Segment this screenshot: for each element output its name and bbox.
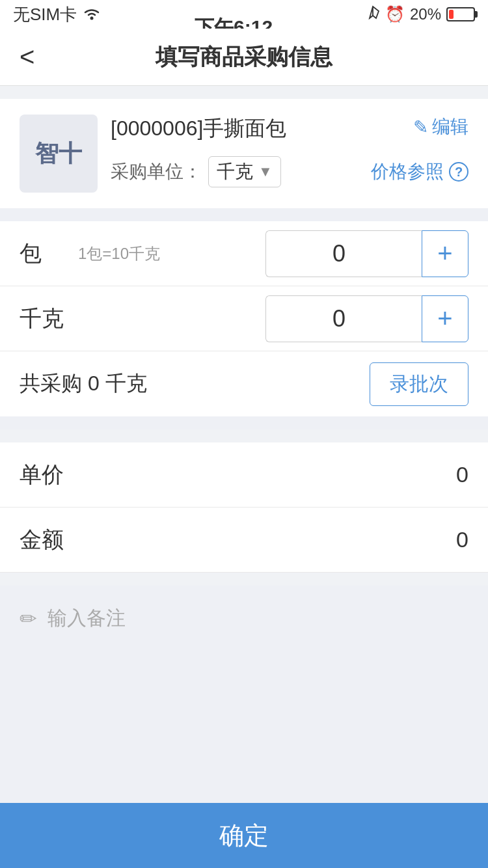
- bao-label: 包: [20, 239, 72, 269]
- product-image: 智十: [20, 115, 98, 193]
- kg-row: 千克 +: [0, 286, 488, 351]
- alarm-icon: ⏰: [385, 5, 405, 23]
- status-right: ⏰ 20%: [366, 5, 475, 23]
- confirm-button[interactable]: 确定: [0, 803, 488, 868]
- chevron-down-icon: ▼: [258, 163, 273, 180]
- location-icon: [366, 5, 380, 23]
- back-button[interactable]: <: [13, 36, 41, 78]
- unit-label: 采购单位：: [111, 159, 202, 184]
- kg-plus-button[interactable]: +: [422, 295, 468, 342]
- help-icon: ?: [449, 162, 468, 182]
- carrier-text: 无SIM卡: [13, 3, 77, 26]
- kg-input-group: +: [265, 295, 468, 342]
- battery-icon: [446, 7, 475, 21]
- bao-row: 包 1包=10千克 +: [0, 221, 488, 286]
- bao-plus-button[interactable]: +: [422, 230, 468, 277]
- unit-select[interactable]: 千克 ▼: [208, 156, 281, 187]
- record-batch-button[interactable]: 录批次: [370, 362, 468, 406]
- product-section: 智十 [0000006]手撕面包 ✎ 编辑 采购单位： 千克 ▼: [0, 99, 488, 208]
- summary-row: 共采购 0 千克 录批次: [0, 351, 488, 416]
- product-name: [0000006]手撕面包: [111, 115, 286, 143]
- amount-label: 金额: [20, 525, 64, 555]
- wifi-icon: [82, 5, 102, 25]
- status-left: 无SIM卡: [13, 3, 102, 26]
- notes-placeholder: 输入备注: [47, 605, 126, 632]
- total-label: 共采购 0 千克: [20, 370, 147, 398]
- input-section: 包 1包=10千克 + 千克 +: [0, 221, 488, 351]
- unit-price-label: 单价: [20, 460, 64, 490]
- amount-value: 0: [456, 527, 468, 552]
- svg-point-0: [90, 16, 94, 20]
- section-divider-2: [0, 416, 488, 429]
- product-details: [0000006]手撕面包 ✎ 编辑 采购单位： 千克 ▼ 价格参照 ?: [111, 115, 468, 187]
- section-divider-1: [0, 208, 488, 221]
- battery-percent: 20%: [410, 5, 441, 23]
- nav-bar: < 填写商品采购信息: [0, 29, 488, 86]
- kg-label: 千克: [20, 304, 72, 334]
- bao-input-group: +: [265, 230, 468, 277]
- unit-price-value: 0: [456, 462, 468, 487]
- status-bar: 无SIM卡 下午6:12 ⏰ 20%: [0, 0, 488, 29]
- bao-sub-label: 1包=10千克: [78, 243, 160, 264]
- unit-price-row: 单价 0: [0, 442, 488, 508]
- amount-row: 金额 0: [0, 508, 488, 573]
- notes-section[interactable]: ✏ 输入备注: [0, 586, 488, 651]
- page-title: 填写商品采购信息: [156, 42, 332, 72]
- bao-input[interactable]: [265, 230, 422, 277]
- product-unit-row: 采购单位： 千克 ▼ 价格参照 ?: [111, 156, 468, 187]
- price-ref-button[interactable]: 价格参照 ?: [371, 159, 468, 184]
- product-header: [0000006]手撕面包 ✎ 编辑: [111, 115, 468, 143]
- edit-icon: ✎: [413, 116, 428, 138]
- kg-input[interactable]: [265, 295, 422, 342]
- pencil-icon: ✏: [20, 606, 37, 631]
- info-section: 单价 0 金额 0: [0, 442, 488, 573]
- edit-button[interactable]: ✎ 编辑: [413, 115, 468, 139]
